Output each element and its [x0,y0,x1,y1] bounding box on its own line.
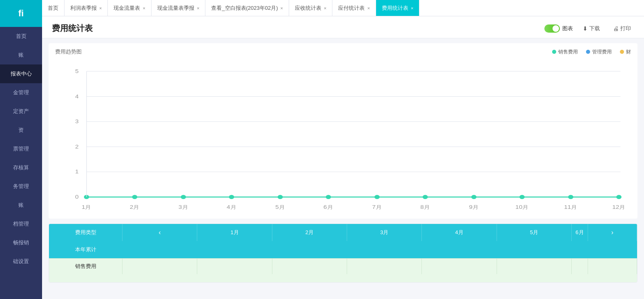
svg-text:8月: 8月 [420,204,430,210]
sidebar-item-home[interactable]: 首页 [0,27,42,46]
svg-text:3: 3 [75,119,79,124]
close-tab-profit[interactable]: × [99,6,102,11]
svg-point-30 [374,195,380,199]
close-tab-cashflow-quarterly[interactable]: × [197,6,199,11]
col-nav-next[interactable]: › [588,224,637,241]
sidebar-item-fund-mgmt[interactable]: 金管理 [0,83,42,102]
sidebar-item-account[interactable]: 账 [0,46,42,64]
chart-header: 费用趋势图 销售费用 管理费用 财 [55,48,631,55]
svg-text:10月: 10月 [515,204,529,210]
svg-text:12月: 12月 [612,204,626,210]
close-tab-receivable[interactable]: × [324,6,326,11]
svg-point-35 [616,195,622,199]
sidebar-item-capital[interactable]: 资 [0,121,42,140]
sidebar-item-cancel[interactable]: 畅报销 [0,233,42,252]
legend-label-finance: 财 [626,49,631,55]
download-button[interactable]: ⬇ 下载 [579,23,603,34]
col-mar: 3月 [347,224,422,241]
svg-text:6月: 6月 [323,204,333,210]
app-logo: fi [0,0,42,27]
svg-text:11月: 11月 [564,204,577,210]
cell-may [497,259,572,274]
svg-point-34 [568,195,573,199]
cell-mar [347,259,422,274]
cell-nav-space [123,259,197,274]
table-row: 销售费用 [49,258,637,282]
col-nav-prev[interactable]: ‹ [123,224,197,241]
tab-profit-quarterly[interactable]: 利润表季报 × [65,0,108,16]
table-header: 费用类型 ‹ 1月 2月 3月 4月 5月 6月 [49,224,637,258]
col-may: 5月 [497,224,572,241]
sidebar-item-service[interactable]: 务管理 [0,177,42,196]
chart-container: 5 4 3 2 1 0 1月 2月 3月 4月 5月 6月 7月 8月 9月 [55,59,631,214]
svg-text:5月: 5月 [275,204,285,210]
col-ytd: 本年累计 [49,241,123,258]
svg-point-33 [519,195,525,199]
svg-text:5: 5 [75,68,79,74]
tabs-bar: 首页 利润表季报 × 现金流量表 × 现金流量表季报 × 查看_空白报表(202… [42,0,644,16]
svg-text:0: 0 [75,194,79,200]
legend-mgmt: 管理费用 [586,49,612,55]
header-actions: 图表 ⬇ 下载 🖨 打印 [544,23,634,34]
svg-text:3月: 3月 [178,204,188,210]
sidebar-item-report-center[interactable]: 报表中心 [0,64,42,83]
tab-expense[interactable]: 费用统计表 × [376,0,419,16]
print-button[interactable]: 🖨 打印 [610,23,634,34]
svg-text:4月: 4月 [227,204,236,210]
chart-section: 费用趋势图 销售费用 管理费用 财 [49,43,637,219]
sidebar-item-inventory[interactable]: 存核算 [0,158,42,177]
chart-toggle-wrap: 图表 [544,24,573,33]
tab-home[interactable]: 首页 [42,0,65,16]
svg-text:4: 4 [75,93,79,99]
page-header: 费用统计表 图表 ⬇ 下载 🖨 打印 [42,16,644,38]
svg-point-31 [423,195,428,199]
tab-blank-report[interactable]: 查看_空白报表(2023年02月) × [205,0,289,16]
svg-point-25 [132,195,137,199]
sidebar-item-archive[interactable]: 档管理 [0,215,42,233]
legend-finance: 财 [620,49,631,55]
cell-ytd [49,274,123,282]
close-tab-blank-report[interactable]: × [281,6,283,11]
tab-cashflow[interactable]: 现金流量表 × [108,0,151,16]
tab-receivable[interactable]: 应收统计表 × [289,0,332,16]
svg-point-26 [181,195,186,199]
sidebar: fi 首页 账 报表中心 金管理 定资产 资 票管理 存核算 务管理 账 档管理… [0,0,42,299]
page-title: 费用统计表 [52,23,93,34]
legend-label-sales: 销售费用 [558,49,578,55]
main-area: 首页 利润表季报 × 现金流量表 × 现金流量表季报 × 查看_空白报表(202… [42,0,644,299]
cell-nav-space2 [588,259,637,274]
sidebar-item-fixed-assets[interactable]: 定资产 [0,102,42,121]
close-tab-cashflow[interactable]: × [143,6,145,11]
chart-title: 费用趋势图 [55,48,82,55]
col-apr: 4月 [422,224,497,241]
sidebar-item-invoice[interactable]: 票管理 [0,140,42,158]
cell-feb [272,259,347,274]
close-tab-payable[interactable]: × [367,6,370,11]
svg-text:9月: 9月 [469,204,479,210]
cell-apr [422,259,497,274]
close-tab-expense[interactable]: × [411,6,413,11]
legend-dot-sales [552,50,556,54]
legend-dot-finance [620,50,624,54]
table-section: 费用类型 ‹ 1月 2月 3月 4月 5月 6月 [49,224,637,283]
tab-cashflow-quarterly[interactable]: 现金流量表季报 × [152,0,205,16]
svg-point-29 [326,195,331,199]
svg-text:2月: 2月 [130,204,140,210]
svg-point-32 [471,195,477,199]
svg-text:7月: 7月 [372,204,382,210]
chart-legend: 销售费用 管理费用 财 [552,49,631,55]
tab-payable[interactable]: 应付统计表 × [332,0,376,16]
legend-dot-mgmt [586,50,590,54]
svg-text:1月: 1月 [82,204,91,210]
sidebar-item-account2[interactable]: 账 [0,196,42,215]
svg-point-27 [229,195,234,199]
cell-jan [197,259,272,274]
chart-toggle[interactable] [544,24,560,33]
legend-label-mgmt: 管理费用 [592,49,612,55]
cell-expense-type: 销售费用 [49,259,123,274]
sidebar-item-basic-settings[interactable]: 础设置 [0,252,42,271]
col-expense-type: 费用类型 [49,224,123,241]
svg-point-28 [278,195,283,199]
col-jan: 1月 [197,224,272,241]
cell-jun [572,259,588,274]
